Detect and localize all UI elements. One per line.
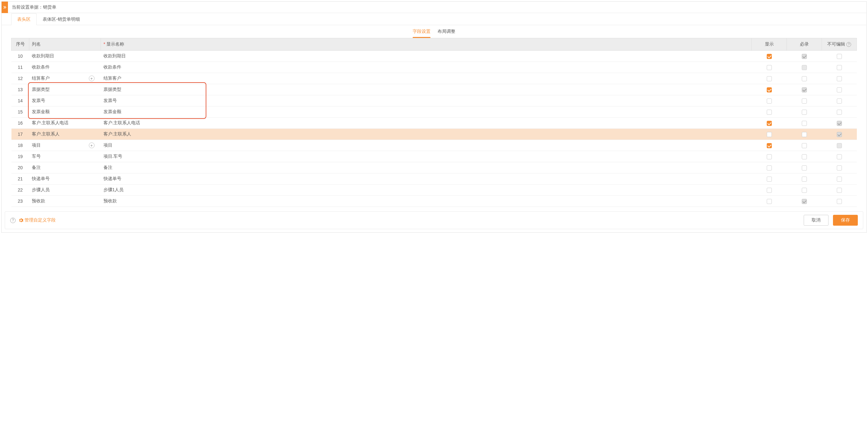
table-row[interactable]: 23预收款预收款 — [11, 196, 857, 207]
show-checkbox[interactable] — [767, 110, 772, 115]
table-row[interactable]: 17客户.主联系人客户.主联系人 — [11, 129, 857, 140]
help-icon[interactable]: ? — [10, 218, 16, 223]
th-required: 必录 — [787, 38, 822, 51]
add-subfield-button[interactable]: + — [89, 76, 95, 81]
required-checkbox — [802, 87, 807, 92]
readonly-checkbox[interactable] — [837, 165, 842, 171]
table-row[interactable]: 16客户.主联系人电话客户.主联系人电话 — [11, 118, 857, 129]
readonly-checkbox[interactable] — [837, 154, 842, 160]
cell-name: 客户.主联系人电话 — [29, 118, 101, 129]
fields-table: 序号 列名 *显示名称 显示 必录 不可编辑? 10收款到期日收款到期日11收款… — [11, 38, 857, 207]
show-checkbox[interactable] — [767, 188, 772, 193]
required-checkbox[interactable] — [802, 188, 807, 193]
add-subfield-button[interactable]: + — [89, 142, 95, 148]
required-checkbox[interactable] — [802, 76, 807, 81]
show-checkbox[interactable] — [767, 199, 772, 204]
show-checkbox[interactable] — [767, 165, 772, 171]
cell-display[interactable]: 预收款 — [101, 196, 752, 207]
cell-name: 步骤人员 — [29, 184, 101, 196]
table-row[interactable]: 20备注备注 — [11, 162, 857, 173]
required-checkbox — [802, 65, 807, 70]
cell-name: 发票金额 — [29, 107, 101, 118]
show-checkbox[interactable] — [767, 132, 772, 137]
expand-handle[interactable] — [2, 2, 8, 13]
show-checkbox[interactable] — [767, 76, 772, 81]
help-icon[interactable]: ? — [846, 42, 851, 47]
cell-seq: 17 — [11, 129, 29, 140]
required-checkbox[interactable] — [802, 177, 807, 182]
readonly-checkbox[interactable] — [837, 98, 842, 104]
cell-display[interactable]: 项目.车号 — [101, 151, 752, 162]
show-checkbox[interactable] — [767, 154, 772, 160]
cell-display[interactable]: 步骤1人员 — [101, 184, 752, 196]
table-row[interactable]: 15发票金额发票金额 — [11, 107, 857, 118]
cell-display[interactable]: 快递单号 — [101, 173, 752, 184]
readonly-checkbox[interactable] — [837, 76, 842, 81]
cell-display[interactable]: 发票金额 — [101, 107, 752, 118]
section-tab-1[interactable]: 表体区-销货单明细 — [37, 13, 86, 25]
save-button[interactable]: 保存 — [833, 215, 858, 226]
readonly-checkbox[interactable] — [837, 177, 842, 182]
show-checkbox[interactable] — [767, 54, 772, 59]
cell-display[interactable]: 发票号 — [101, 95, 752, 107]
cell-display[interactable]: 项目 — [101, 140, 752, 151]
readonly-checkbox — [837, 143, 842, 148]
th-name: 列名 — [29, 38, 101, 51]
cancel-button[interactable]: 取消 — [804, 215, 829, 226]
show-checkbox[interactable] — [767, 143, 772, 148]
required-checkbox[interactable] — [802, 121, 807, 126]
manage-custom-fields-link[interactable]: 管理自定义字段 — [19, 218, 56, 223]
cell-display[interactable]: 客户.主联系人电话 — [101, 118, 752, 129]
table-row[interactable]: 13票据类型票据类型 — [11, 84, 857, 95]
readonly-checkbox[interactable] — [837, 110, 842, 115]
required-checkbox[interactable] — [802, 143, 807, 148]
table-row[interactable]: 11收款条件收款条件 — [11, 62, 857, 73]
cell-display[interactable]: 备注 — [101, 162, 752, 173]
required-checkbox[interactable] — [802, 154, 807, 160]
section-tab-0[interactable]: 表头区 — [11, 13, 37, 25]
table-row[interactable]: 21快递单号快递单号 — [11, 173, 857, 184]
cell-name: 票据类型 — [29, 84, 101, 95]
cell-seq: 21 — [11, 173, 29, 184]
table-row[interactable]: 18项目+项目 — [11, 140, 857, 151]
cell-seq: 19 — [11, 151, 29, 162]
topbar-title: 当前设置单据：销货单 — [8, 4, 56, 10]
subsection-tab-1[interactable]: 布局调整 — [437, 25, 455, 38]
readonly-checkbox[interactable] — [837, 54, 842, 59]
table-row[interactable]: 14发票号发票号 — [11, 95, 857, 107]
table-row[interactable]: 19车号项目.车号 — [11, 151, 857, 162]
cell-display[interactable]: 票据类型 — [101, 84, 752, 95]
show-checkbox[interactable] — [767, 121, 772, 126]
required-checkbox[interactable] — [802, 132, 807, 137]
cell-name: 项目+ — [29, 140, 101, 151]
cell-seq: 20 — [11, 162, 29, 173]
topbar: 当前设置单据：销货单 — [2, 2, 866, 13]
th-seq: 序号 — [11, 38, 29, 51]
cell-display[interactable]: 收款到期日 — [101, 51, 752, 62]
table-row[interactable]: 22步骤人员步骤1人员 — [11, 184, 857, 196]
cell-name: 收款到期日 — [29, 51, 101, 62]
subsection-tab-0[interactable]: 字段设置 — [413, 25, 431, 38]
cell-display[interactable]: 收款条件 — [101, 62, 752, 73]
cell-name: 快递单号 — [29, 173, 101, 184]
th-display: *显示名称 — [101, 38, 752, 51]
show-checkbox[interactable] — [767, 87, 772, 92]
show-checkbox[interactable] — [767, 98, 772, 104]
show-checkbox[interactable] — [767, 177, 772, 182]
cell-seq: 11 — [11, 62, 29, 73]
table-row[interactable]: 12结算客户+结算客户 — [11, 73, 857, 84]
cell-display[interactable]: 客户.主联系人 — [101, 129, 752, 140]
manage-custom-fields-label: 管理自定义字段 — [25, 218, 56, 223]
required-checkbox[interactable] — [802, 98, 807, 104]
readonly-checkbox[interactable] — [837, 188, 842, 193]
required-checkbox[interactable] — [802, 165, 807, 171]
required-checkbox[interactable] — [802, 110, 807, 115]
show-checkbox[interactable] — [767, 65, 772, 70]
readonly-checkbox[interactable] — [837, 199, 842, 204]
cell-display[interactable]: 结算客户 — [101, 73, 752, 84]
readonly-checkbox[interactable] — [837, 87, 842, 92]
readonly-checkbox[interactable] — [837, 65, 842, 70]
table-row[interactable]: 10收款到期日收款到期日 — [11, 51, 857, 62]
settings-panel: 当前设置单据：销货单 表头区表体区-销货单明细 字段设置布局调整 序号 列名 *… — [1, 1, 867, 233]
gear-icon — [19, 218, 23, 223]
